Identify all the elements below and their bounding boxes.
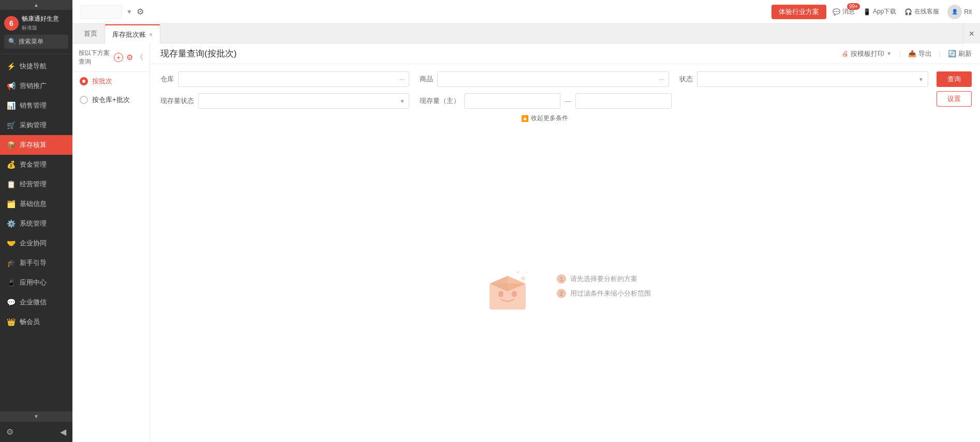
tab-close-icon[interactable]: × [149,31,153,38]
sidebar-item-label: 销售管理 [20,101,47,110]
export-label: 导出 [918,49,932,58]
empty-svg [479,258,536,315]
sidebar-item-sales[interactable]: 📊 销售管理 [0,96,72,115]
empty-hint-2: 2 用过滤条件来缩小分析范围 [557,289,651,298]
stock-status-select[interactable]: ▼ [198,93,409,109]
stock-qty-min-text[interactable] [469,97,556,105]
sidebar-item-label: 畅会员 [20,317,40,327]
status-arrow-icon[interactable]: ▼ [918,77,924,82]
stock-qty-max-input[interactable] [575,93,672,109]
footer-collapse-icon[interactable]: ◀ [60,427,66,437]
messages-badge: 99+ [847,3,860,10]
goods-input[interactable]: ··· [437,71,669,87]
sidebar-item-label: 新手引导 [20,258,47,268]
print-action[interactable]: 🖨 按模板打印 ▼ [842,49,892,58]
goods-text-input[interactable] [442,76,659,83]
sidebar-scroll-down[interactable]: ▼ [0,411,72,421]
wechat-icon: 💬 [6,298,16,307]
warehouse-text-input[interactable] [183,76,399,83]
app-download-item[interactable]: 📱 App下载 [863,7,896,16]
sidebar-footer: ⚙ ◀ [0,421,72,442]
scheme-settings-icon[interactable]: ⚙ [126,53,133,62]
warehouse-input[interactable]: ··· [178,71,409,87]
hint-num-2: 2 [557,289,566,298]
online-service-item[interactable]: 🎧 在线客服 [904,7,939,16]
refresh-action[interactable]: 🔄 刷新 [948,49,972,58]
scheme-radio-inactive [80,96,88,104]
divider2: | [939,50,941,57]
sidebar-item-inventory[interactable]: 📦 库存核算 [0,135,72,155]
scheme-collapse-icon[interactable]: 《 [136,53,143,62]
settings-button[interactable]: 设置 [937,91,972,107]
tab-panel-close[interactable]: ✕ [963,24,980,43]
topbar-right: 💬 消息 99+ 📱 App下载 🎧 在线客服 👤 Rit [833,5,972,19]
marketing-icon: 📢 [6,81,16,91]
stock-status-label: 现存量状态 [160,96,194,106]
stock-qty-min-input[interactable] [464,93,560,109]
sidebar-item-purchase[interactable]: 🛒 采购管理 [0,115,72,135]
status-text-input[interactable] [702,76,918,83]
user-avatar-item[interactable]: 👤 Rit [947,5,972,19]
svg-point-8 [517,271,519,273]
search-icon: 🔍 [8,38,16,45]
scheme-panel-title: 按以下方案查询 [79,49,114,66]
topbar-input[interactable] [81,5,122,19]
warehouse-more-btn[interactable]: ··· [399,76,405,83]
svg-point-6 [512,291,517,297]
print-dropdown-icon[interactable]: ▼ [886,51,892,56]
warehouse-label: 仓库 [160,75,174,84]
scheme-item-batch[interactable]: 按批次 [72,72,150,91]
export-action[interactable]: 📤 导出 [908,49,932,58]
stock-status-text-input[interactable] [203,97,399,105]
sidebar-item-basic[interactable]: 🗂️ 基础信息 [0,194,72,214]
messages-item[interactable]: 💬 消息 99+ [833,7,855,16]
sidebar-item-member[interactable]: 👑 畅会员 [0,312,72,332]
sidebar-item-wechat[interactable]: 💬 企业微信 [0,292,72,312]
tab-inventory-batch[interactable]: 库存批次账 × [105,24,160,44]
sidebar-menu: ⚡ 快捷导航 📢 营销推广 📊 销售管理 🛒 采购管理 📦 库存核算 💰 资金管… [0,54,72,411]
query-button[interactable]: 查询 [937,71,972,87]
status-select[interactable]: ▼ [697,71,928,87]
query-panel: 现存量查询(按批次) 🖨 按模板打印 ▼ | 📤 导出 | 🔄 [150,43,980,442]
sidebar-item-label: 库存核算 [20,140,47,150]
collapse-more-btn[interactable]: 🔼 收起更多条件 [160,114,928,123]
scheme-add-icon[interactable]: + [114,53,123,62]
svg-point-5 [498,291,503,297]
print-label: 按模板打印 [851,49,884,58]
print-icon: 🖨 [842,50,849,57]
hint-2-text: 用过滤条件来缩小分析范围 [570,289,651,298]
sidebar-item-newuser[interactable]: 🎓 新手引导 [0,253,72,273]
sidebar-item-system[interactable]: ⚙️ 系统管理 [0,214,72,233]
sidebar-item-finance[interactable]: 💰 资金管理 [0,155,72,174]
sidebar-item-label: 经营管理 [20,180,47,189]
topbar-dropdown-icon[interactable]: ▼ [126,8,132,16]
topbar-settings-icon[interactable]: ⚙ [137,7,144,17]
tab-home-label: 首页 [84,29,97,38]
footer-settings-icon[interactable]: ⚙ [6,427,13,437]
svg-point-7 [521,276,525,281]
sidebar-item-appcenter[interactable]: 📱 应用中心 [0,273,72,292]
page-title: 现存量查询(按批次) [160,48,236,60]
sidebar-scroll-up[interactable]: ▲ [0,0,72,10]
sidebar-item-operations[interactable]: 📋 经营管理 [0,174,72,194]
sidebar-item-quicknav[interactable]: ⚡ 快捷导航 [0,56,72,76]
stock-status-arrow-icon[interactable]: ▼ [399,98,405,104]
scheme-item-warehouse-batch[interactable]: 按仓库+批次 [72,91,150,109]
topbar: ▼ ⚙ 体验行业方案 💬 消息 99+ 📱 App下载 🎧 在线客服 👤 [72,0,980,24]
sidebar-item-marketing[interactable]: 📢 营销推广 [0,76,72,96]
scheme-panel-header: 按以下方案查询 + ⚙ 《 [72,43,150,72]
filter-group-status: 状态 ▼ [679,71,928,87]
goods-more-btn[interactable]: ··· [659,76,664,83]
divider1: | [899,50,900,57]
sidebar-item-enterprise[interactable]: 🤝 企业协同 [0,233,72,253]
stock-qty-dash: — [565,97,571,105]
collapse-label: 收起更多条件 [531,114,568,123]
sidebar-search[interactable]: 🔍 搜索菜单 [4,35,68,49]
scheme-panel-actions: + ⚙ 《 [114,53,143,62]
stock-qty-max-text[interactable] [580,97,667,105]
app-download-label: App下载 [873,7,896,16]
enterprise-icon: 🤝 [6,239,16,248]
trial-button[interactable]: 体验行业方案 [771,5,826,19]
tab-home[interactable]: 首页 [77,24,105,43]
filter-and-buttons: 仓库 ··· 商品 ··· [150,64,980,130]
